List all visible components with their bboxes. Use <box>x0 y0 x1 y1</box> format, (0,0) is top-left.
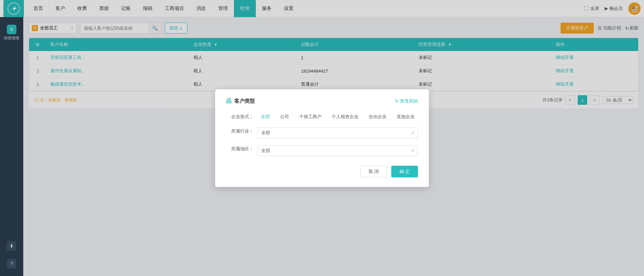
industry-chevron-icon: ∨ <box>411 130 414 135</box>
enterprise-option-全部[interactable]: 全部 <box>258 113 273 121</box>
region-select[interactable]: 全部 ∨ <box>258 145 418 156</box>
enterprise-option-公司[interactable]: 公司 <box>277 113 292 121</box>
dialog-title-icon: 品 <box>226 98 232 105</box>
enterprise-option-个体工商户[interactable]: 个体工商户 <box>296 113 325 121</box>
industry-value: 全部 <box>261 130 270 136</box>
enterprise-form-row: 企业形式： 全部公司个体工商户个人独资企业合伙企业其他企业 <box>226 113 418 121</box>
customer-type-dialog: 品 客户类型 ↻ 恢复初始 企业形式： 全部公司个体工商户个人独资企业合伙企业其… <box>215 89 429 187</box>
dialog-title-text: 客户类型 <box>234 98 255 104</box>
industry-select[interactable]: 全部 ∨ <box>258 127 418 138</box>
cancel-button[interactable]: 取 消 <box>360 166 387 177</box>
enterprise-options: 全部公司个体工商户个人独资企业合伙企业其他企业 <box>258 113 418 121</box>
dialog-footer: 取 消 确 定 <box>226 166 418 177</box>
region-chevron-icon: ∨ <box>411 148 414 153</box>
region-value: 全部 <box>261 148 270 154</box>
enterprise-label: 企业形式： <box>226 113 253 120</box>
enterprise-option-合伙企业[interactable]: 合伙企业 <box>365 113 390 121</box>
enterprise-option-个人独资企业[interactable]: 个人独资企业 <box>328 113 362 121</box>
confirm-button[interactable]: 确 定 <box>391 166 418 177</box>
region-label: 所属地区： <box>226 145 253 152</box>
industry-form-row: 所属行业： 全部 ∨ <box>226 127 418 138</box>
dialog-header: 品 客户类型 ↻ 恢复初始 <box>226 98 418 105</box>
enterprise-option-其他企业[interactable]: 其他企业 <box>393 113 418 121</box>
reset-icon: ↻ <box>395 99 399 104</box>
region-form-row: 所属地区： 全部 ∨ <box>226 145 418 156</box>
reset-label: 恢复初始 <box>400 98 418 104</box>
dialog-reset-button[interactable]: ↻ 恢复初始 <box>395 98 418 104</box>
dialog-title: 品 客户类型 <box>226 98 255 105</box>
modal-overlay[interactable]: 品 客户类型 ↻ 恢复初始 企业形式： 全部公司个体工商户个人独资企业合伙企业其… <box>0 0 644 276</box>
industry-label: 所属行业： <box>226 127 253 134</box>
